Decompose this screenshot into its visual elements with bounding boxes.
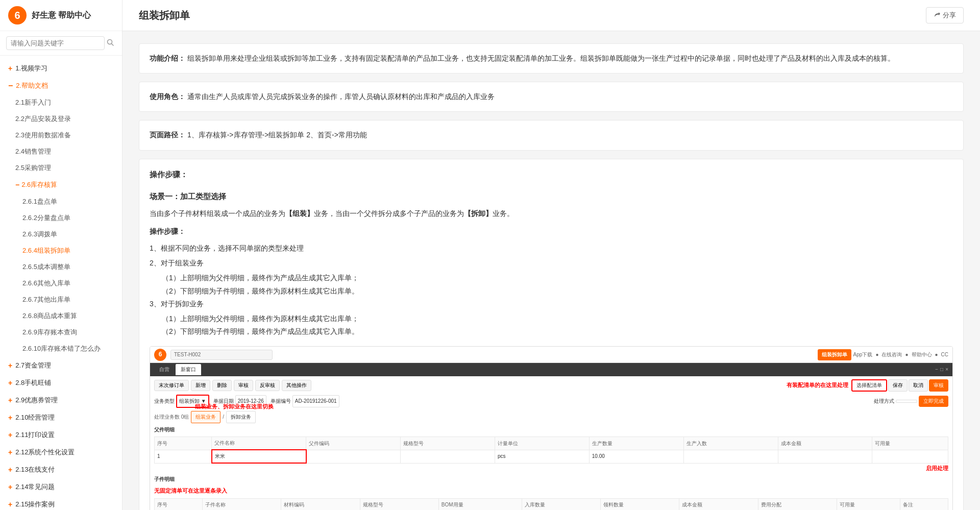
- tb-remark: 备注: [900, 498, 948, 510]
- cell-name: 米米: [212, 450, 306, 463]
- tb-spec: 规格型号: [360, 498, 438, 510]
- sidebar-item-2-6-7[interactable]: 2.6.7其他出库单: [0, 292, 122, 308]
- sidebar-item-2-4[interactable]: 2.4销售管理: [0, 143, 122, 160]
- th-unit: 计量单位: [495, 437, 589, 450]
- mock-tab-new[interactable]: 新窗口: [176, 364, 201, 375]
- sidebar-item-video[interactable]: + 1.视频学习: [0, 60, 122, 77]
- sidebar-item-2-6-9[interactable]: 2.6.9库存账本查询: [0, 324, 122, 341]
- expand-icon-2-14: +: [8, 483, 12, 491]
- cell-qty-prod: 10.00: [589, 450, 683, 463]
- mock-switch-disassembly[interactable]: 拆卸业务: [226, 411, 256, 423]
- sidebar-item-2-6-3[interactable]: 2.6.3调拨单: [0, 226, 122, 242]
- sidebar-label-2-10: 2.10经营管理: [15, 413, 55, 422]
- annotation-bottom: 无固定清单可在这里逐条录入: [154, 486, 948, 496]
- mock-btn-assign[interactable]: 选择配清单: [851, 379, 887, 392]
- mock-btn-delete[interactable]: 删除: [212, 380, 232, 391]
- tb-sub-name: 子件名称: [202, 498, 281, 510]
- search-input[interactable]: [6, 36, 105, 50]
- mock-btn-cancel[interactable]: 取消: [909, 379, 928, 392]
- form-count-label: 处理方式: [874, 397, 894, 406]
- form-mode-input[interactable]: [896, 400, 917, 403]
- sidebar-item-2-6-2[interactable]: 2.6.2分量盘点单: [0, 210, 122, 226]
- sidebar-item-2-15[interactable]: + 2.15操作案例: [0, 496, 122, 510]
- sidebar-item-2-3[interactable]: 2.3使用前数据准备: [0, 127, 122, 143]
- annotation-type-text: 组装业务、拆卸业务在这里切换: [195, 402, 274, 412]
- step-2-1: （1）上部明细为父件明细，最终作为产成品生成其它入库单；: [150, 272, 953, 284]
- mock-annotation-area: 有装配清单的在这里处理 选择配清单 保存 取消 审核: [787, 379, 948, 392]
- sidebar-item-2-6-8[interactable]: 2.6.8商品成本重算: [0, 308, 122, 324]
- expand-icon-2-15: +: [8, 500, 12, 508]
- cell-spec: [401, 450, 495, 463]
- role-block: 使用角色： 通常由生产人员或库管人员完成拆装业务的操作，库管人员确认原材料的出库…: [139, 82, 964, 112]
- sidebar-label-2-11: 2.11打印设置: [15, 430, 55, 440]
- sidebar-item-2-13[interactable]: + 2.13在线支付: [0, 461, 122, 478]
- sidebar-item-help[interactable]: − 2.帮助文档: [0, 77, 122, 94]
- th-parent-code: 父件编码: [306, 437, 401, 450]
- mock-btn-confirm[interactable]: 立即完成: [919, 396, 948, 407]
- sidebar-label-help: 2.帮助文档: [16, 81, 48, 90]
- mock-switch-assembly[interactable]: 组装业务: [191, 411, 220, 423]
- mock-btn-new[interactable]: 末次修订单: [154, 380, 189, 391]
- scene-desc: 当由多个子件材料组装成一个成品的业务为【组装】业务，当由一个父件拆分成多个子产品…: [150, 207, 953, 220]
- sidebar-item-2-6-4[interactable]: 2.6.4组装拆卸单: [0, 242, 122, 259]
- tb-qty-in: 入库数量: [522, 498, 600, 510]
- sidebar-item-2-11[interactable]: + 2.11打印设置: [0, 426, 122, 444]
- tb-qty-pick: 领料数量: [600, 498, 679, 510]
- sidebar-item-2-10[interactable]: + 2.10经营管理: [0, 409, 122, 426]
- mock-window-controls: − □ ×: [935, 365, 948, 374]
- mock-btn-save[interactable]: 保存: [888, 379, 908, 392]
- tb-cost-amt: 成本金额: [679, 498, 758, 510]
- expand-icon-2-12: +: [8, 448, 12, 456]
- sidebar-item-2-6-5[interactable]: 2.6.5成本调整单: [0, 259, 122, 275]
- expand-icon-2-13: +: [8, 466, 12, 474]
- sidebar-label-2-8: 2.8手机旺铺: [15, 378, 51, 387]
- mock-type-row: 处理业务数 0组 组装业务 / 拆卸业务: [154, 411, 948, 423]
- mock-type-row-wrapper: 处理业务数 0组 组装业务 / 拆卸业务 组装业务、拆卸业务在这里切换: [154, 411, 948, 423]
- content-area: 功能介绍： 组装拆卸单用来处理企业组装或拆卸等加工业务，支持有固定装配清单的产品…: [122, 31, 980, 510]
- tb-mat-code: 材料编码: [281, 498, 360, 510]
- sidebar-item-2-12[interactable]: + 2.12系统个性化设置: [0, 444, 122, 461]
- mock-type-label: 处理业务数 0组: [154, 412, 189, 422]
- svg-line-1: [112, 44, 114, 46]
- sidebar-label-2-14: 2.14常见问题: [15, 482, 55, 492]
- mock-tab-self[interactable]: 自营: [154, 364, 175, 375]
- mock-form-no: 单据编号 AD-20191226-001: [271, 395, 339, 407]
- expand-icon-help: −: [8, 82, 13, 90]
- form-type-label: 业务类型: [154, 397, 175, 406]
- mock-btn-unaudit[interactable]: 反审核: [255, 380, 280, 391]
- search-button[interactable]: [105, 37, 116, 50]
- sidebar-item-2-6-10[interactable]: 2.6.10库存账本错了怎么办: [0, 341, 122, 357]
- sidebar-item-2-14[interactable]: + 2.14常见问题: [0, 478, 122, 496]
- mock-table-top: 序号 父件名称 父件编码 规格型号 计量单位 生产数量 生产入数 成本金额 可用…: [154, 436, 948, 464]
- mock-btn-audit-right[interactable]: 审核: [929, 379, 948, 392]
- sidebar: 6 好生意 帮助中心 + 1.视频学习 − 2.帮助文档: [0, 0, 122, 510]
- sidebar-item-2-2[interactable]: 2.2产品安装及登录: [0, 111, 122, 127]
- mock-tabs-row: 自营 新窗口 − □ ×: [150, 363, 952, 376]
- mock-table-top-label: 父件明细: [154, 425, 948, 434]
- func-intro-text: 组装拆卸单用来处理企业组装或拆卸等加工业务，支持有固定装配清单的产品加工业务，也…: [187, 54, 895, 62]
- sub-children-2-6: 2.6.1盘点单 2.6.2分量盘点单 2.6.3调拨单 2.6.4组装拆卸单 …: [0, 193, 122, 357]
- mock-address: TEST-H002: [170, 350, 273, 360]
- sidebar-item-2-6-1[interactable]: 2.6.1盘点单: [0, 193, 122, 210]
- mock-btn-audit[interactable]: 审核: [234, 380, 253, 391]
- nav-section-video: + 1.视频学习: [0, 60, 122, 77]
- sidebar-item-2-6-6[interactable]: 2.6.6其他入库单: [0, 275, 122, 292]
- expand-icon-2-10: +: [8, 414, 12, 422]
- sidebar-item-2-9[interactable]: + 2.9优惠券管理: [0, 392, 122, 409]
- logo-icon: 6: [8, 6, 27, 25]
- mock-switch-sep: /: [223, 412, 224, 422]
- sidebar-item-2-8[interactable]: + 2.8手机旺铺: [0, 374, 122, 392]
- share-button[interactable]: 分享: [926, 7, 964, 23]
- sidebar-item-2-5[interactable]: 2.5采购管理: [0, 160, 122, 176]
- sidebar-item-2-1[interactable]: 2.1新手入门: [0, 94, 122, 111]
- mock-btn-other[interactable]: 其他操作: [282, 380, 311, 391]
- expand-icon-video: +: [8, 64, 12, 72]
- sidebar-item-2-7[interactable]: + 2.7资金管理: [0, 357, 122, 374]
- sidebar-label-2-15: 2.15操作案例: [15, 500, 55, 509]
- sidebar-item-2-6[interactable]: − 2.6库存核算: [0, 176, 122, 193]
- form-no-input[interactable]: AD-20191226-001: [292, 395, 339, 407]
- mock-btn-add[interactable]: 新增: [191, 380, 210, 391]
- cell-seq: 1: [155, 450, 212, 463]
- mock-nav-icons: App下载●在线咨询●帮助中心●CC: [853, 350, 948, 359]
- scene-title: 场景一：加工类型选择: [150, 189, 953, 203]
